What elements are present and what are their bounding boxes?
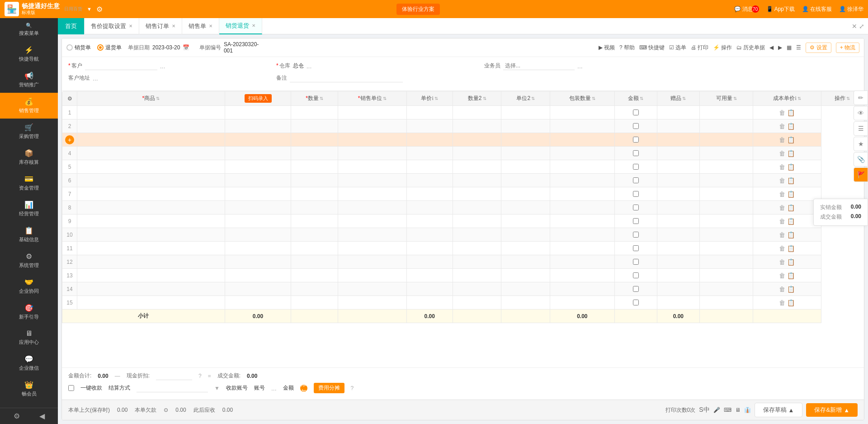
cell-product-12[interactable] — [77, 255, 225, 269]
cell-pack-15[interactable] — [501, 296, 550, 310]
cell-amount-7[interactable] — [550, 187, 614, 201]
delete-icon-13[interactable]: 🗑 — [779, 272, 785, 279]
experience-btn[interactable]: 体验行业方案 — [396, 4, 440, 15]
gear-icon[interactable]: ⚙ — [67, 95, 72, 102]
cell-product-2[interactable] — [77, 119, 225, 133]
cell-actions-1[interactable]: 🗑 📋 — [753, 106, 821, 119]
app-download-item[interactable]: 📱 App下载 — [766, 5, 795, 13]
cell-available-14[interactable] — [657, 282, 699, 296]
gift-checkbox-13[interactable] — [633, 272, 639, 278]
address-dots[interactable]: ... — [93, 75, 98, 82]
sort-icon-cost_price[interactable]: ⇅ — [797, 96, 801, 101]
cell-actions-15[interactable]: 🗑 📋 — [753, 296, 821, 310]
cell-unit-12[interactable] — [291, 255, 338, 269]
cash-discount-input[interactable] — [156, 372, 192, 380]
cell-unit2-5[interactable] — [453, 160, 501, 174]
cell-unit-10[interactable] — [291, 228, 338, 242]
radio-return[interactable]: 退货单 — [97, 44, 122, 52]
side-icon-edit[interactable]: ✏ — [854, 91, 868, 105]
cell-pack-3[interactable] — [501, 133, 550, 147]
cell-unit2-9[interactable] — [453, 214, 501, 228]
sort-icon-unit2[interactable]: ⇅ — [531, 96, 535, 101]
cell-available-2[interactable] — [657, 119, 699, 133]
sidebar-item-app_center[interactable]: 🖥应用中心 — [0, 325, 58, 350]
cell-product-8[interactable] — [77, 201, 225, 214]
add-row-btn-3[interactable]: + — [65, 135, 74, 144]
cell-unit-7[interactable] — [291, 187, 338, 201]
cell-qty2-14[interactable] — [406, 282, 453, 296]
cell-product-9[interactable] — [77, 214, 225, 228]
cell-available-1[interactable] — [657, 106, 699, 119]
th-scan[interactable]: 扫码录入 — [225, 91, 291, 106]
cell-amount-12[interactable] — [550, 255, 614, 269]
cell-gift-6[interactable] — [614, 174, 657, 187]
cell-cost-7[interactable] — [699, 187, 753, 201]
cell-qty2-12[interactable] — [406, 255, 453, 269]
cell-gift-2[interactable] — [614, 119, 657, 133]
sort-icon-unit_price[interactable]: ⇅ — [434, 96, 438, 101]
product-input-1[interactable] — [80, 110, 222, 116]
gift-checkbox-6[interactable] — [633, 177, 639, 183]
warehouse-dots[interactable]: ... — [307, 62, 312, 70]
cell-pack-1[interactable] — [501, 106, 550, 119]
cell-qty2-5[interactable] — [406, 160, 453, 174]
cell-product-7[interactable] — [77, 187, 225, 201]
cell-unit2-6[interactable] — [453, 174, 501, 187]
settings-icon-top[interactable]: ⚙ — [96, 5, 103, 14]
sidebar-search[interactable]: 🔍 搜索菜单 — [0, 18, 58, 41]
operation-btn[interactable]: ⚡ 操作 — [713, 44, 732, 52]
cell-actions-8[interactable]: 🗑 📋 — [753, 201, 821, 214]
cell-amount-13[interactable] — [550, 269, 614, 282]
cell-actions-2[interactable]: 🗑 📋 — [753, 119, 821, 133]
cell-available-7[interactable] — [657, 187, 699, 201]
cell-available-12[interactable] — [657, 255, 699, 269]
product-input-14[interactable] — [80, 286, 222, 292]
sidebar-item-newbie[interactable]: 🎯新手引导 — [0, 299, 58, 325]
cell-unit2-10[interactable] — [453, 228, 501, 242]
cell-pack-5[interactable] — [501, 160, 550, 174]
customer-input[interactable] — [85, 62, 157, 70]
logistics-btn[interactable]: + 物流 — [836, 43, 859, 53]
copy-icon-1[interactable]: 📋 — [787, 109, 795, 116]
cell-amount-2[interactable] — [550, 119, 614, 133]
cell-amount-3[interactable] — [550, 133, 614, 147]
delete-icon-2[interactable]: 🗑 — [779, 123, 785, 130]
cell-cost-2[interactable] — [699, 119, 753, 133]
cell-available-8[interactable] — [657, 201, 699, 214]
cell-qty-13[interactable] — [225, 269, 291, 282]
cell-unit-9[interactable] — [291, 214, 338, 228]
cell-unit2-13[interactable] — [453, 269, 501, 282]
copy-icon-11[interactable]: 📋 — [787, 245, 795, 252]
cell-available-15[interactable] — [657, 296, 699, 310]
cell-pack-6[interactable] — [501, 174, 550, 187]
message-item[interactable]: 💬 消息 70 — [734, 5, 759, 13]
cell-qty2-8[interactable] — [406, 201, 453, 214]
delete-icon-11[interactable]: 🗑 — [779, 245, 785, 252]
cell-product-4[interactable] — [77, 147, 225, 160]
cell-amount-5[interactable] — [550, 160, 614, 174]
cell-pack-7[interactable] — [501, 187, 550, 201]
copy-icon-13[interactable]: 📋 — [787, 272, 795, 279]
delete-icon-9[interactable]: 🗑 — [779, 218, 785, 225]
side-icon-star[interactable]: ★ — [854, 137, 868, 151]
settlement-method-input[interactable] — [137, 384, 208, 392]
cell-price-1[interactable] — [338, 106, 406, 119]
radio-sale[interactable]: 销货单 — [66, 44, 91, 52]
cell-unit2-15[interactable] — [453, 296, 501, 310]
cell-actions-5[interactable]: 🗑 📋 — [753, 160, 821, 174]
print-btn[interactable]: 🖨 打印 — [691, 44, 708, 52]
cell-gift-11[interactable] — [614, 242, 657, 255]
shirt-icon[interactable]: 👔 — [744, 407, 751, 413]
delete-icon-1[interactable]: 🗑 — [779, 109, 785, 116]
cell-qty-3[interactable] — [225, 133, 291, 147]
cell-qty2-11[interactable] — [406, 242, 453, 255]
cell-available-6[interactable] — [657, 174, 699, 187]
cell-gift-7[interactable] — [614, 187, 657, 201]
delete-icon-3[interactable]: 🗑 — [779, 136, 785, 143]
keyboard-icon[interactable]: ⌨ — [724, 407, 731, 413]
copy-icon-4[interactable]: 📋 — [787, 150, 795, 157]
th-gear[interactable]: ⚙ — [62, 91, 77, 106]
cell-amount-1[interactable] — [550, 106, 614, 119]
settings-btn[interactable]: ⚙ 设置 — [806, 43, 831, 53]
gift-checkbox-15[interactable] — [633, 300, 639, 305]
